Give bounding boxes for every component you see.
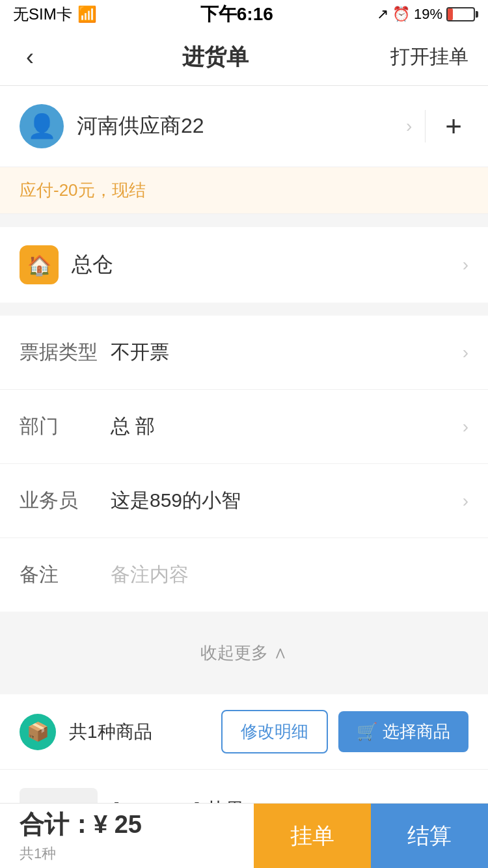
vertical-divider bbox=[425, 110, 426, 142]
page-title: 进货单 bbox=[182, 42, 249, 72]
total-sub-label: 共1种 bbox=[20, 844, 234, 863]
invoice-type-value: 不开票 bbox=[111, 339, 463, 366]
battery-label: 19% bbox=[414, 6, 442, 23]
bottom-bar: 合计：¥ 25 共1种 挂单 结算 bbox=[0, 803, 488, 868]
avatar-icon: 👤 bbox=[27, 113, 57, 140]
location-icon: ↗ bbox=[377, 6, 388, 23]
supplier-row[interactable]: 👤 河南供应商22 › + bbox=[0, 86, 488, 167]
invoice-type-label: 票据类型 bbox=[20, 339, 111, 366]
total-amount: 合计：¥ 25 bbox=[20, 808, 234, 841]
carrier-label: 无SIM卡 bbox=[13, 4, 72, 25]
status-right: ↗ ⏰ 19% bbox=[377, 6, 475, 23]
chevron-right-icon: › bbox=[463, 254, 468, 275]
warehouse-icon: 🏠 bbox=[20, 245, 59, 284]
total-value: ¥ 25 bbox=[94, 811, 142, 838]
salesperson-row[interactable]: 业务员 这是859的小智 › bbox=[0, 464, 488, 538]
select-product-button[interactable]: 🛒 选择商品 bbox=[338, 711, 468, 752]
chevron-right-icon: › bbox=[463, 416, 468, 437]
department-value: 总 部 bbox=[111, 413, 463, 440]
open-pending-button[interactable]: 打开挂单 bbox=[390, 44, 468, 70]
total-section: 合计：¥ 25 共1种 bbox=[0, 804, 254, 868]
collapse-button[interactable]: 收起更多 ∧ bbox=[0, 625, 488, 681]
supplier-section: 👤 河南供应商22 › + 应付-20元，现结 bbox=[0, 86, 488, 214]
products-count: 共1种商品 bbox=[69, 720, 221, 744]
battery-icon bbox=[446, 7, 475, 21]
edit-detail-button[interactable]: 修改明细 bbox=[221, 710, 328, 753]
home-icon: 🏠 bbox=[27, 254, 51, 277]
status-left: 无SIM卡 📶 bbox=[13, 4, 97, 25]
supplier-name: 河南供应商22 bbox=[77, 112, 406, 141]
supplier-avatar: 👤 bbox=[20, 104, 64, 148]
warehouse-name: 总仓 bbox=[72, 251, 463, 279]
alarm-icon: ⏰ bbox=[392, 6, 410, 23]
hang-order-button[interactable]: 挂单 bbox=[254, 804, 371, 868]
checkout-button[interactable]: 结算 bbox=[371, 804, 488, 868]
time-label: 下午6:16 bbox=[200, 2, 273, 27]
chevron-right-icon: › bbox=[406, 116, 412, 137]
package-icon: 📦 bbox=[27, 721, 49, 742]
invoice-type-row[interactable]: 票据类型 不开票 › bbox=[0, 316, 488, 390]
back-button[interactable]: ‹ bbox=[20, 37, 40, 77]
department-row[interactable]: 部门 总 部 › bbox=[0, 390, 488, 464]
total-label: 合计： bbox=[20, 811, 94, 838]
select-product-label: 选择商品 bbox=[383, 720, 450, 743]
add-supplier-button[interactable]: + bbox=[439, 107, 468, 146]
salesperson-label: 业务员 bbox=[20, 487, 111, 514]
products-icon: 📦 bbox=[20, 714, 56, 750]
cart-icon: 🛒 bbox=[357, 722, 377, 742]
products-header: 📦 共1种商品 修改明细 🛒 选择商品 bbox=[0, 694, 488, 770]
warehouse-section[interactable]: 🏠 总仓 › bbox=[0, 227, 488, 303]
salesperson-value: 这是859的小智 bbox=[111, 487, 463, 514]
info-banner: 应付-20元，现结 bbox=[0, 167, 488, 214]
remark-row[interactable]: 备注 备注内容 bbox=[0, 538, 488, 612]
remark-input[interactable]: 备注内容 bbox=[111, 562, 468, 588]
form-section: 票据类型 不开票 › 部门 总 部 › 业务员 这是859的小智 › 备注 备注… bbox=[0, 316, 488, 612]
chevron-right-icon: › bbox=[463, 342, 468, 363]
department-label: 部门 bbox=[20, 413, 111, 440]
status-bar: 无SIM卡 📶 下午6:16 ↗ ⏰ 19% bbox=[0, 0, 488, 29]
remark-label: 备注 bbox=[20, 562, 111, 588]
nav-bar: ‹ 进货单 打开挂单 bbox=[0, 29, 488, 86]
chevron-right-icon: › bbox=[463, 491, 468, 511]
wifi-icon: 📶 bbox=[77, 5, 97, 23]
warehouse-row[interactable]: 🏠 总仓 › bbox=[0, 227, 488, 303]
